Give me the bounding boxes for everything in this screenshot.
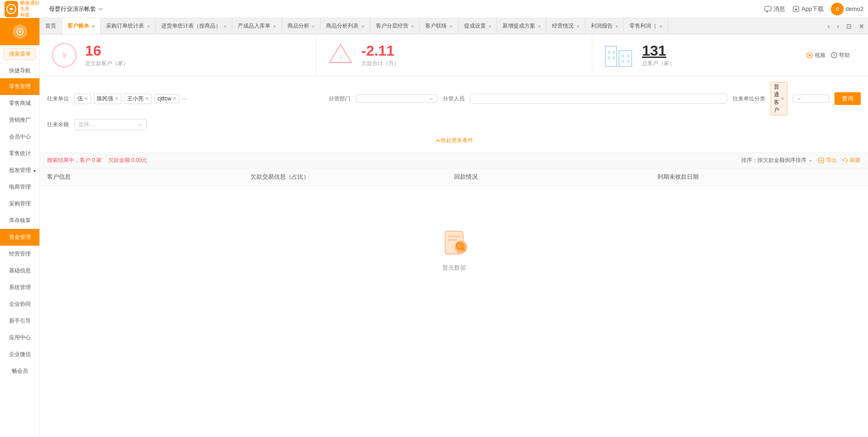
- tab-next-button[interactable]: ›: [833, 23, 843, 30]
- debtors-label: 总欠款客户（家）: [85, 60, 129, 67]
- sidebar-item-wechat[interactable]: 企业微信: [0, 346, 39, 363]
- filter-row-1: 往来单位 伍 × 陈民强 × 王小亮: [47, 82, 861, 115]
- search-menu-button[interactable]: 搜索菜单: [4, 48, 36, 60]
- video-help-button[interactable]: 视频: [806, 52, 825, 59]
- tab-close-profit-report[interactable]: ×: [615, 24, 618, 29]
- tab-close-purchase-stats[interactable]: ×: [147, 24, 149, 29]
- tab-close-new-commission[interactable]: ×: [538, 24, 541, 29]
- svg-rect-8: [605, 46, 617, 66]
- stat-block-debt-amount: ! -2.11 欠款合计（万）: [316, 34, 592, 76]
- sidebar-item-system[interactable]: 系统管理: [0, 279, 39, 296]
- query-button[interactable]: 查询: [834, 92, 861, 105]
- tab-retail-profit[interactable]: 零售利润（ ×: [624, 18, 668, 34]
- text-help-button[interactable]: ? 帮助: [831, 52, 850, 59]
- tab-commission-settings[interactable]: 提成设置 ×: [459, 18, 497, 34]
- tag-wang: 王小亮 ×: [124, 94, 152, 104]
- sidebar-item-purchase[interactable]: 采购管理: [0, 195, 39, 212]
- sidebar-item-wholesale[interactable]: 批发管理: [0, 162, 39, 179]
- sidebar-item-app-center[interactable]: 应用中心: [0, 329, 39, 346]
- svg-rect-1: [765, 6, 771, 11]
- col-header-customer: 客户信息: [47, 173, 250, 181]
- tag-cjttcw-remove[interactable]: ×: [173, 95, 176, 102]
- sidebar-item-finance[interactable]: 资金管理: [0, 229, 39, 246]
- message-button[interactable]: 消息: [764, 5, 785, 13]
- logo-area: 畅捷通好生意 标版: [5, 0, 44, 18]
- sidebar-item-operations[interactable]: 经营管理: [0, 246, 39, 262]
- tab-nav-buttons: ‹ › ⊡ ✕: [824, 23, 868, 30]
- refresh-button[interactable]: 刷新: [842, 157, 861, 164]
- tab-close-retail-profit[interactable]: ×: [659, 24, 662, 29]
- tab-customer-account[interactable]: 客户账本 ×: [62, 18, 101, 34]
- tab-close-inbound-stats[interactable]: ×: [224, 24, 226, 29]
- more-tags-button[interactable]: ···: [182, 95, 187, 102]
- person-input[interactable]: ···: [470, 94, 727, 104]
- svg-text:!: !: [340, 54, 341, 61]
- export-button[interactable]: 导出: [818, 157, 837, 164]
- app-download-button[interactable]: App下载: [792, 5, 824, 13]
- tag-wu-remove[interactable]: ×: [85, 95, 88, 102]
- collapse-button[interactable]: 收起更多条件: [47, 134, 861, 147]
- category-select[interactable]: [793, 95, 829, 103]
- sidebar-item-marketing[interactable]: 营销推广: [0, 112, 39, 128]
- sidebar-item-basic-info[interactable]: 基础信息: [0, 262, 39, 279]
- tab-close-product-inbound[interactable]: ×: [273, 24, 276, 29]
- sidebar-item-member2[interactable]: 畅会员: [0, 363, 39, 380]
- account-selector[interactable]: 母婴行业演示帐套: [49, 5, 103, 13]
- tab-customer-contact[interactable]: 客户联络 ×: [420, 18, 458, 34]
- tab-close-commission-settings[interactable]: ×: [489, 24, 491, 29]
- svg-rect-12: [608, 56, 610, 60]
- user-menu[interactable]: d demo2: [831, 3, 863, 15]
- tab-prev-button[interactable]: ‹: [824, 23, 834, 30]
- logo-text: 畅捷通好生意 标版: [20, 0, 44, 18]
- tab-profit-report[interactable]: 利润报告 ×: [585, 18, 624, 34]
- sidebar-item-newbie[interactable]: 新手引导: [0, 313, 39, 329]
- svg-rect-9: [619, 51, 632, 66]
- tag-wang-remove[interactable]: ×: [145, 95, 149, 102]
- page-content: ¥ 16 总欠款客户（家） !: [40, 34, 868, 437]
- tab-close-all-button[interactable]: ✕: [855, 23, 868, 30]
- tab-customer-tier[interactable]: 客户分层经营 ×: [370, 18, 420, 34]
- sidebar-item-retail-stats[interactable]: 零售统计: [0, 145, 39, 162]
- content-area: 首页 客户账本 × 采购订单统计表 × 进货单统计表（按商品） × 产成品入库单…: [40, 18, 868, 437]
- sidebar-item-inventory[interactable]: 库存核算: [0, 212, 39, 229]
- svg-marker-19: [809, 54, 811, 57]
- sidebar-item-quick-nav[interactable]: 快捷导航: [0, 63, 39, 78]
- dept-select[interactable]: [356, 95, 437, 103]
- sort-select[interactable]: 排序：按欠款金额倒序排序: [741, 157, 813, 164]
- sidebar-item-enterprise[interactable]: 企业协同: [0, 296, 39, 313]
- empty-state: 暂无数据: [40, 186, 868, 308]
- tab-product-list[interactable]: 商品分析列表 ×: [321, 18, 370, 34]
- tab-product-analysis[interactable]: 商品分析 ×: [282, 18, 321, 34]
- sidebar-item-ecommerce[interactable]: 电商管理: [0, 179, 39, 195]
- tab-operations[interactable]: 经营情况 ×: [547, 18, 585, 34]
- tab-new-commission[interactable]: 新增提成方案 ×: [497, 18, 547, 34]
- sidebar-item-member[interactable]: 会员中心: [0, 128, 39, 145]
- avatar: d: [831, 3, 844, 15]
- tab-product-inbound[interactable]: 产成品入库单 ×: [232, 18, 282, 34]
- tab-close-customer-tier[interactable]: ×: [411, 24, 414, 29]
- col-header-repay: 回款情况: [454, 173, 657, 181]
- sidebar-logo: [0, 18, 39, 45]
- category-tags: 普通客户 ×: [771, 82, 787, 115]
- col-header-date: 到期未收款日期: [657, 173, 861, 181]
- tab-purchase-stats[interactable]: 采购订单统计表 ×: [101, 18, 155, 34]
- svg-rect-26: [448, 239, 457, 241]
- sidebar-item-retail-mgmt[interactable]: 零售管理: [0, 78, 39, 95]
- tab-home[interactable]: 首页: [40, 18, 62, 34]
- empty-icon: [436, 222, 472, 258]
- tab-close-operations[interactable]: ×: [576, 24, 579, 29]
- filter-row-2: 往来余额 选择...: [47, 119, 861, 130]
- stat-values-debt: -2.11 欠款合计（万）: [361, 43, 399, 67]
- tab-expand-button[interactable]: ⊡: [843, 23, 855, 30]
- tab-close-product-list[interactable]: ×: [361, 24, 364, 29]
- app-container: 畅捷通好生意 标版 母婴行业演示帐套 消息 App下载 d demo2: [0, 0, 868, 437]
- tag-chen-remove[interactable]: ×: [115, 95, 118, 102]
- sidebar-item-retail-mall[interactable]: 零售商城: [0, 95, 39, 112]
- tag-common-remove[interactable]: ×: [781, 95, 784, 102]
- tab-inbound-stats[interactable]: 进货单统计表（按商品） ×: [156, 18, 232, 34]
- tab-close-product-analysis[interactable]: ×: [312, 24, 315, 29]
- balance-select[interactable]: 选择...: [74, 119, 147, 130]
- result-bar: 搜索结果中，客户 0 家 欠款金额 0.00元 排序：按欠款金额倒序排序: [40, 153, 868, 168]
- tab-close-customer-contact[interactable]: ×: [450, 24, 452, 29]
- tab-close-customer-account[interactable]: ×: [92, 24, 95, 29]
